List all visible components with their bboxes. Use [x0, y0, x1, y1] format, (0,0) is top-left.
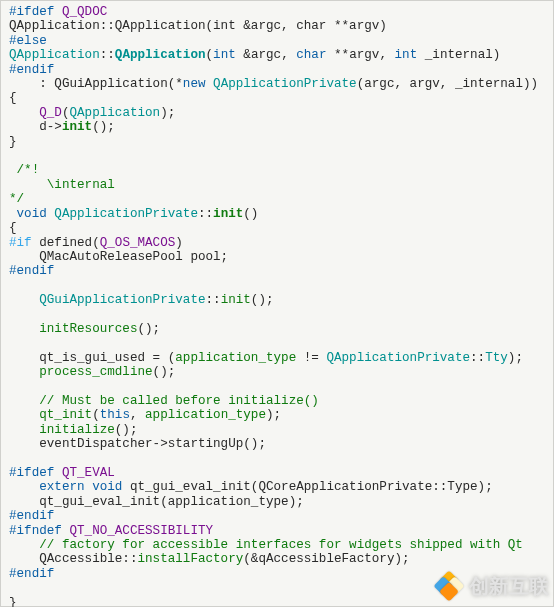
doc-comment-close: */	[9, 192, 24, 206]
comment-must-be-called: // Must be called before initialize()	[9, 394, 319, 408]
fn-init: init	[213, 207, 243, 221]
t-ctor: QApplication	[115, 48, 206, 62]
preproc-ifdef-eval: #ifdef	[9, 466, 62, 480]
doc-comment-internal: \internal	[9, 178, 115, 192]
preproc-ifdef: #ifdef	[9, 5, 62, 19]
preproc-ifndef-acc: #ifndef	[9, 524, 69, 538]
code-snippet-card: #ifdef Q_QDOC QApplication::QApplication…	[0, 0, 554, 607]
macro-qt-no-acc: QT_NO_ACCESSIBILITY	[69, 524, 213, 538]
macro-q-qdoc: Q_QDOC	[62, 5, 107, 19]
source-code-block: #ifdef Q_QDOC QApplication::QApplication…	[1, 1, 553, 607]
preproc-if-defined-a: #if	[9, 236, 39, 250]
doc-comment-open: /*!	[9, 163, 39, 177]
comment-factory: // factory for accessible interfaces for…	[9, 538, 523, 552]
preproc-endif-1: #endif	[9, 63, 54, 77]
line-ctor-decl-a: QApplication::QApplication(int &argc, ch…	[9, 19, 387, 33]
preproc-endif-3: #endif	[9, 509, 54, 523]
line-mac-pool: QMacAutoReleasePool pool;	[9, 250, 228, 264]
preproc-endif-4: #endif	[9, 567, 54, 581]
t-class: QApplication	[9, 48, 100, 62]
preproc-endif-2: #endif	[9, 264, 54, 278]
macro-qt-eval: QT_EVAL	[62, 466, 115, 480]
preproc-else: #else	[9, 34, 47, 48]
macro-q-os-macos: Q_OS_MACOS	[100, 236, 176, 250]
